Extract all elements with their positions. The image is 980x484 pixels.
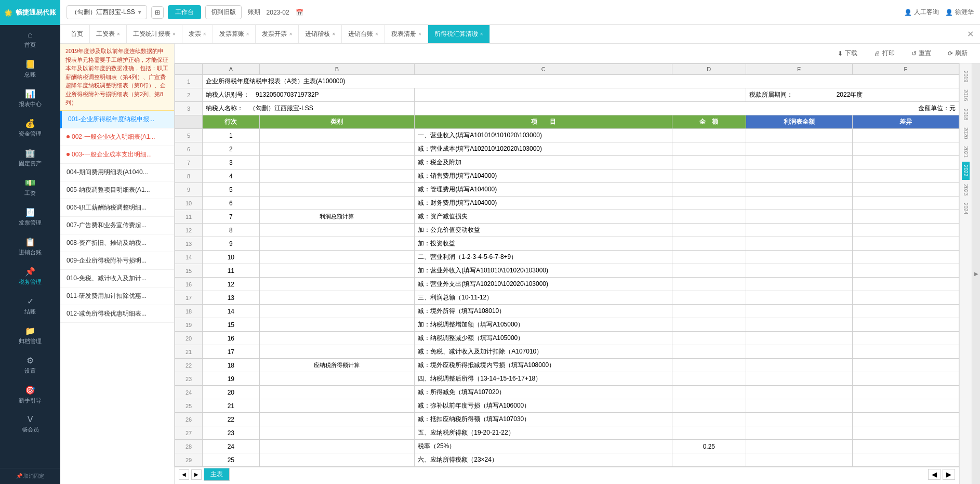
- cell-diff-21[interactable]: [852, 345, 959, 359]
- unpin-button[interactable]: 📌 取消固定: [0, 468, 60, 484]
- tab-close-1[interactable]: ×: [117, 31, 120, 37]
- cell-diff-28[interactable]: [852, 440, 959, 453]
- menu-item-004[interactable]: 004-期间费用明细表(A1040...: [60, 164, 174, 181]
- cell-category-25[interactable]: [259, 399, 415, 413]
- sheet-next-button[interactable]: ▶: [191, 469, 202, 480]
- cell-amount-12[interactable]: [672, 224, 746, 237]
- cell-category-7[interactable]: [259, 156, 415, 169]
- cell-project-7[interactable]: 减：税金及附加: [415, 156, 672, 169]
- cell-category-16[interactable]: [259, 278, 415, 291]
- cell-diff-13[interactable]: [852, 237, 959, 251]
- cell-num-28[interactable]: 24: [203, 440, 259, 453]
- sidebar-item-reports[interactable]: 📊报表中心: [0, 84, 60, 113]
- scroll-right-button[interactable]: ▶: [943, 469, 955, 480]
- cell-diff-19[interactable]: [852, 318, 959, 332]
- cell-amount-10[interactable]: [672, 197, 746, 210]
- year-item-2023[interactable]: 2023: [962, 181, 970, 199]
- menu-item-005[interactable]: 005-纳税调整项目明细表(A1...: [60, 181, 174, 199]
- sidebar-item-salary[interactable]: 💵工资: [0, 173, 60, 202]
- cell-diff-24[interactable]: [852, 386, 959, 399]
- sidebar-item-funds[interactable]: 💰资金管理: [0, 113, 60, 143]
- cell-project-24[interactable]: 减：所得减免（填写A107020）: [415, 386, 672, 399]
- sidebar-item-ledger[interactable]: 📒总账: [0, 54, 60, 84]
- tab-close-3[interactable]: ×: [203, 31, 206, 37]
- tab-8[interactable]: 税表清册×: [385, 25, 428, 44]
- refresh-button[interactable]: ⟳ 刷新: [944, 47, 972, 60]
- cell-project-21[interactable]: 减：免税、减计收入及加计扣除（A107010）: [415, 345, 672, 359]
- menu-item-002[interactable]: 002-一般企业收入明细表(A1...: [60, 128, 174, 146]
- close-all-tabs-button[interactable]: ✕: [965, 27, 976, 41]
- cell-profit-24[interactable]: [746, 386, 852, 399]
- cell-profit-6[interactable]: [746, 142, 852, 156]
- cell-profit-12[interactable]: [746, 224, 852, 237]
- cell-num-19[interactable]: 15: [203, 318, 259, 332]
- cell-num-20[interactable]: 16: [203, 332, 259, 345]
- menu-item-006[interactable]: 006-职工薪酬纳税调整明细...: [60, 199, 174, 217]
- menu-item-012[interactable]: 012-减免所得税优惠明细表...: [60, 305, 174, 323]
- cell-amount-18[interactable]: [672, 305, 746, 318]
- year-item-2020[interactable]: 2020: [962, 124, 970, 142]
- cell-profit-8[interactable]: [746, 169, 852, 183]
- tab-close-2[interactable]: ×: [173, 31, 176, 37]
- cell-num-10[interactable]: 6: [203, 197, 259, 210]
- cell-category-17[interactable]: [259, 291, 415, 305]
- cell-profit-23[interactable]: [746, 372, 852, 386]
- cell-profit-17[interactable]: [746, 291, 852, 305]
- cell-category-23[interactable]: [259, 372, 415, 386]
- print-icon-button[interactable]: ⊞: [151, 6, 164, 19]
- year-item-2018[interactable]: 2018: [962, 106, 970, 123]
- sidebar-item-member[interactable]: V畅会员: [0, 410, 60, 439]
- cell-category-21[interactable]: [259, 345, 415, 359]
- cell-project-14[interactable]: 二、营业利润（1-2-3-4-5-6-7-8+9）: [415, 251, 672, 264]
- cell-profit-19[interactable]: [746, 318, 852, 332]
- cell-amount-16[interactable]: [672, 278, 746, 291]
- cell-category-22[interactable]: 应纳税所得额计算: [259, 359, 415, 372]
- cell-amount-6[interactable]: [672, 142, 746, 156]
- cell-diff-17[interactable]: [852, 291, 959, 305]
- cell-amount-14[interactable]: [672, 251, 746, 264]
- cell-profit-9[interactable]: [746, 183, 852, 197]
- cell-amount-7[interactable]: [672, 156, 746, 169]
- customer-service[interactable]: 👤 人工客询: [904, 8, 939, 17]
- cell-profit-26[interactable]: [746, 413, 852, 426]
- reset-button[interactable]: ↺ 重置: [907, 47, 935, 60]
- menu-item-001[interactable]: 001-企业所得税年度纳税申报...: [60, 111, 174, 128]
- cell-project-11[interactable]: 减：资产减值损失: [415, 210, 672, 224]
- cell-diff-29[interactable]: [852, 453, 959, 467]
- cell-project-13[interactable]: 加：投资收益: [415, 237, 672, 251]
- cell-num-8[interactable]: 4: [203, 169, 259, 183]
- sheet-tab-main[interactable]: 主表: [204, 468, 230, 481]
- cell-project-25[interactable]: 减：弥补以前年度亏损（填写A106000）: [415, 399, 672, 413]
- cell-diff-14[interactable]: [852, 251, 959, 264]
- cell-category-13[interactable]: [259, 237, 415, 251]
- menu-item-011[interactable]: 011-研发费用加计扣除优惠...: [60, 287, 174, 305]
- user-profile[interactable]: 👤 徐涯华: [945, 8, 974, 17]
- cell-category-28[interactable]: [259, 440, 415, 453]
- cell-project-9[interactable]: 减：管理费用(填写A104000): [415, 183, 672, 197]
- cell-diff-23[interactable]: [852, 372, 959, 386]
- tab-7[interactable]: 进销台账×: [342, 25, 385, 44]
- download-button[interactable]: ⬇ 下载: [833, 47, 862, 60]
- tab-0[interactable]: 首页: [64, 25, 90, 44]
- cell-num-25[interactable]: 21: [203, 399, 259, 413]
- menu-item-003[interactable]: 003-一般企业成本支出明细...: [60, 146, 174, 164]
- cell-num-17[interactable]: 13: [203, 291, 259, 305]
- cell-project-19[interactable]: 加：纳税调整增加额（填写A105000）: [415, 318, 672, 332]
- tab-6[interactable]: 进销稽核×: [299, 25, 342, 44]
- cell-amount-20[interactable]: [672, 332, 746, 345]
- tab-1[interactable]: 工资表×: [90, 25, 127, 44]
- cell-num-14[interactable]: 10: [203, 251, 259, 264]
- sidebar-item-assets[interactable]: 🏢固定资产: [0, 143, 60, 173]
- tab-5[interactable]: 发票开票×: [256, 25, 299, 44]
- cell-num-13[interactable]: 9: [203, 237, 259, 251]
- cell-diff-18[interactable]: [852, 305, 959, 318]
- tab-close-4[interactable]: ×: [246, 31, 249, 37]
- sidebar-item-guide[interactable]: 🎯新手引导: [0, 380, 60, 410]
- cell-category-20[interactable]: [259, 332, 415, 345]
- cell-amount-21[interactable]: [672, 345, 746, 359]
- cell-diff-20[interactable]: [852, 332, 959, 345]
- cell-num-24[interactable]: 20: [203, 386, 259, 399]
- year-item-2024[interactable]: 2024: [962, 200, 970, 217]
- sidebar-item-tax[interactable]: 📌税务管理: [0, 261, 60, 291]
- year-item-2022[interactable]: 2022: [962, 162, 970, 179]
